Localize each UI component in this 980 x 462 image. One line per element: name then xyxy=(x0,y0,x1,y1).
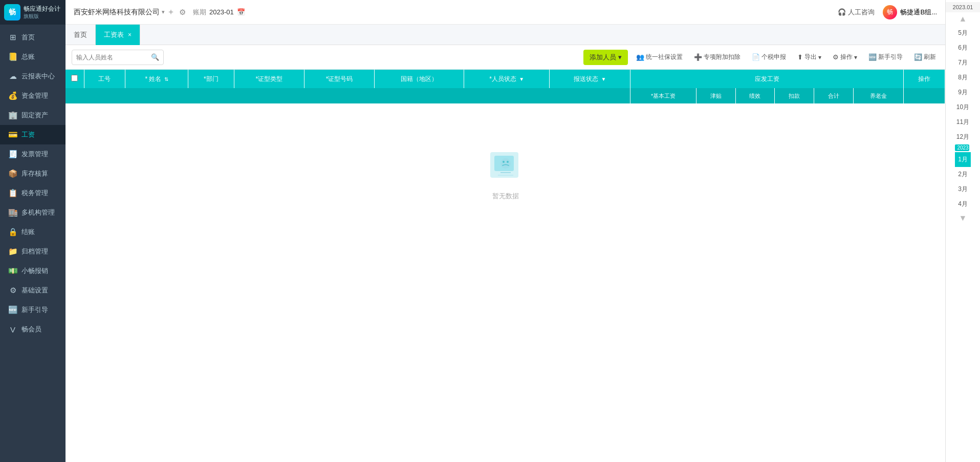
month-item-2023-03[interactable]: 3月 xyxy=(955,182,970,197)
month-item-2023-01[interactable]: 1月 xyxy=(955,152,970,167)
user-menu-button[interactable]: 畅 畅捷通B组... xyxy=(883,5,937,19)
scroll-down-button[interactable]: ▼ xyxy=(946,212,980,225)
sidebar-item-label-home: 首页 xyxy=(21,33,35,42)
th-allowance: 津贴 xyxy=(696,88,735,103)
logo-text: 畅应通好会计 旗舰版 xyxy=(24,5,60,20)
th-name: * 姓名 ⇅ xyxy=(125,70,188,88)
tab-close-salary-tab[interactable]: × xyxy=(128,31,132,38)
add-company-button[interactable]: ＋ xyxy=(165,7,177,17)
sidebar-item-archive[interactable]: 📁归档管理 xyxy=(0,242,66,261)
fixed-assets-nav-icon: 🏢 xyxy=(8,111,17,120)
table-wrap: 工号 * 姓名 ⇅ *部门 *证型类型 *证型号码 国籍（地区） *人员状态 ▼… xyxy=(66,70,945,462)
social-security-button[interactable]: 👥 统一社保设置 xyxy=(633,51,686,64)
sidebar-item-salary[interactable]: 💳工资 xyxy=(0,125,66,144)
th-operations: 操作 xyxy=(904,70,945,88)
top-header: 西安虾米网络科技有限公司 ▾ ＋ ⚙ 账期 2023-01 📅 🎧 人工咨询 畅… xyxy=(66,0,945,25)
sidebar-item-inventory[interactable]: 📦库存核算 xyxy=(0,164,66,183)
avatar: 畅 xyxy=(883,5,897,19)
tax-report-button[interactable]: 📄 个税申报 xyxy=(749,51,789,64)
operations-button[interactable]: ⚙ 操作 ▾ xyxy=(830,51,860,64)
guide-icon: 🆕 xyxy=(868,53,877,61)
tab-salary-tab[interactable]: 工资表× xyxy=(96,25,140,45)
sidebar-item-home[interactable]: ⊞首页 xyxy=(0,28,66,47)
th-checkbox[interactable] xyxy=(66,70,84,88)
sidebar-item-fixed-assets[interactable]: 🏢固定资产 xyxy=(0,106,66,125)
fund-nav-icon: 💰 xyxy=(8,91,17,100)
sidebar-item-settings[interactable]: ⚙基础设置 xyxy=(0,281,66,300)
svg-point-2 xyxy=(500,158,511,169)
table-header-row: 工号 * 姓名 ⇅ *部门 *证型类型 *证型号码 国籍（地区） *人员状态 ▼… xyxy=(66,70,945,88)
company-name: 西安虾米网络科技有限公司 xyxy=(74,8,160,17)
select-all-checkbox[interactable] xyxy=(71,75,78,81)
sidebar-item-cloud-report[interactable]: ☁云报表中心 xyxy=(0,67,66,86)
sidebar-item-member[interactable]: V畅会员 xyxy=(0,320,66,339)
sidebar-item-fund[interactable]: 💰资金管理 xyxy=(0,86,66,106)
th-cert-type: *证型类型 xyxy=(234,70,304,88)
month-item-07[interactable]: 7月 xyxy=(955,55,970,70)
archive-nav-icon: 📁 xyxy=(8,247,17,256)
sidebar-item-close[interactable]: 🔒结账 xyxy=(0,222,66,242)
sidebar-item-label-multi-org: 多机构管理 xyxy=(21,208,55,217)
sidebar-item-label-tax: 税务管理 xyxy=(21,188,48,198)
member-nav-icon: V xyxy=(8,325,17,334)
home-nav-icon: ⊞ xyxy=(8,33,17,42)
settings-button[interactable]: ⚙ xyxy=(177,8,188,17)
cloud-report-nav-icon: ☁ xyxy=(8,72,17,81)
svg-point-4 xyxy=(507,161,509,163)
month-item-2023-04[interactable]: 4月 xyxy=(955,197,970,212)
sidebar-item-multi-org[interactable]: 🏬多机构管理 xyxy=(0,203,66,222)
toolbar: 🔍 添加人员 ▾ 👥 统一社保设置 ➕ 专项附加扣除 📄 个税申报 ⬆ 导出 xyxy=(66,45,945,70)
person-status-filter-icon[interactable]: ▼ xyxy=(519,76,524,82)
sidebar-item-guide[interactable]: 🆕新手引导 xyxy=(0,300,66,320)
sidebar-item-invoice[interactable]: 🧾发票管理 xyxy=(0,144,66,164)
empty-state: 暂无数据 xyxy=(66,103,945,242)
export-arrow-icon: ▾ xyxy=(818,54,821,61)
invoice-nav-icon: 🧾 xyxy=(8,150,17,159)
month-item-12[interactable]: 12月 xyxy=(955,130,970,144)
th-person-status: *人员状态 ▼ xyxy=(464,70,550,88)
month-item-10[interactable]: 10月 xyxy=(955,100,970,115)
refresh-icon: 🔄 xyxy=(914,53,922,61)
service-button[interactable]: 🎧 人工咨询 xyxy=(838,8,875,17)
tab-home-tab[interactable]: 首页 xyxy=(66,25,96,45)
month-item-11[interactable]: 11月 xyxy=(955,115,970,130)
search-input[interactable] xyxy=(76,54,151,61)
ledger-nav-icon: 📒 xyxy=(8,52,17,61)
extra-deduct-button[interactable]: ➕ 专项附加扣除 xyxy=(691,51,744,64)
tab-label-salary-tab: 工资表 xyxy=(104,30,124,39)
sidebar-item-expense[interactable]: 💵小畅报销 xyxy=(0,261,66,281)
month-item-09[interactable]: 9月 xyxy=(955,85,970,100)
report-status-filter-icon[interactable]: ▼ xyxy=(601,76,606,82)
tab-bar: 首页工资表× xyxy=(66,25,945,45)
name-sort-icon[interactable]: ⇅ xyxy=(164,76,168,82)
extra-deduct-icon: ➕ xyxy=(694,53,702,61)
sidebar-item-label-close: 结账 xyxy=(21,227,35,237)
svg-point-3 xyxy=(503,161,505,163)
sidebar-item-label-settings: 基础设置 xyxy=(21,286,48,295)
period-display: 2023.01 xyxy=(946,2,980,12)
refresh-button[interactable]: 🔄 刷新 xyxy=(911,51,939,64)
sidebar-item-tax[interactable]: 📋税务管理 xyxy=(0,183,66,203)
toolbar-actions: 添加人员 ▾ 👥 统一社保设置 ➕ 专项附加扣除 📄 个税申报 ⬆ 导出 ▾ ⚙ xyxy=(583,50,939,65)
export-button[interactable]: ⬆ 导出 ▾ xyxy=(794,51,824,64)
headset-icon: 🎧 xyxy=(838,8,846,16)
month-item-08[interactable]: 8月 xyxy=(955,70,970,85)
month-item-05[interactable]: 5月 xyxy=(955,26,970,40)
sidebar-item-ledger[interactable]: 📒总账 xyxy=(0,47,66,67)
company-selector[interactable]: 西安虾米网络科技有限公司 ▾ xyxy=(74,8,165,17)
th-report-status: 报送状态 ▼ xyxy=(550,70,630,88)
add-person-button[interactable]: 添加人员 ▾ xyxy=(583,50,628,65)
search-wrap: 🔍 xyxy=(72,50,164,65)
search-icon: 🔍 xyxy=(151,53,159,61)
month-item-2023-02[interactable]: 2月 xyxy=(955,167,970,182)
right-panel: 2023.01 ▲ 5月6月7月8月9月10月11月12月20231月2月3月4… xyxy=(945,0,980,462)
sidebar-item-label-ledger: 总账 xyxy=(21,52,35,61)
close-nav-icon: 🔒 xyxy=(8,227,17,237)
social-security-icon: 👥 xyxy=(636,53,644,61)
guide-button[interactable]: 🆕 新手引导 xyxy=(865,51,906,64)
sidebar: 畅 畅应通好会计 旗舰版 ⊞首页📒总账☁云报表中心💰资金管理🏢固定资产💳工资🧾发… xyxy=(0,0,66,462)
header-right: 🎧 人工咨询 畅 畅捷通B组... xyxy=(838,5,937,19)
month-item-06[interactable]: 6月 xyxy=(955,40,970,55)
calendar-icon[interactable]: 📅 xyxy=(237,8,245,16)
scroll-up-button[interactable]: ▲ xyxy=(946,12,980,26)
